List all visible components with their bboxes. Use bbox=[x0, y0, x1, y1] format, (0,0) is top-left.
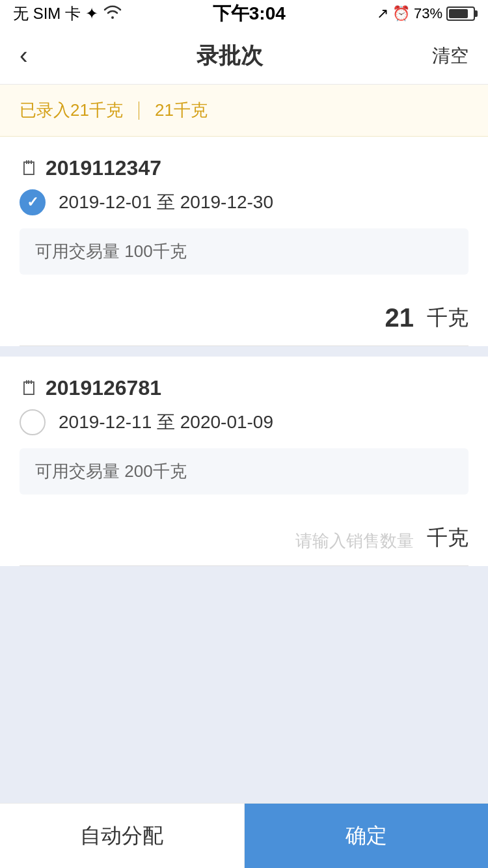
confirm-button[interactable]: 确定 bbox=[245, 804, 489, 868]
batch-id-icon-1: 🗒 bbox=[20, 157, 39, 180]
battery-percent: 73% bbox=[414, 5, 442, 22]
batch-date-row-1[interactable]: 2019-12-01 至 2019-12-30 bbox=[20, 189, 468, 215]
status-right: ↗ ⏰ 73% bbox=[377, 5, 475, 22]
summary-amount: 21千克 bbox=[155, 99, 208, 122]
location-icon: ↗ bbox=[377, 5, 388, 22]
bottom-spacer bbox=[0, 566, 488, 826]
batch-id-icon-2: 🗒 bbox=[20, 377, 39, 400]
batch-date-1: 2019-12-01 至 2019-12-30 bbox=[59, 190, 273, 215]
batch-id-1: 2019112347 bbox=[46, 156, 161, 180]
batch-id-row-2: 🗒 2019126781 bbox=[20, 376, 468, 400]
wifi-icon bbox=[103, 5, 122, 23]
status-bar: 无 SIM 卡 ✦ 下午3:04 ↗ ⏰ 73% bbox=[0, 0, 488, 27]
qty-input-2[interactable] bbox=[72, 523, 414, 552]
summary-divider bbox=[139, 102, 139, 120]
auto-distribute-button[interactable]: 自动分配 bbox=[0, 804, 245, 868]
batch-date-2: 2019-12-11 至 2020-01-09 bbox=[59, 410, 273, 435]
qty-row-1: 千克 bbox=[0, 290, 488, 346]
clear-button[interactable]: 清空 bbox=[432, 44, 468, 68]
summary-bar: 已录入21千克 21千克 bbox=[0, 85, 488, 137]
status-time: 下午3:04 bbox=[213, 1, 286, 26]
alarm-icon: ⏰ bbox=[392, 5, 410, 22]
radio-2[interactable] bbox=[20, 409, 46, 435]
nav-bar: ‹ 录批次 清空 bbox=[0, 27, 488, 85]
battery-icon bbox=[446, 7, 475, 21]
available-qty-2: 可用交易量 200千克 bbox=[20, 448, 468, 495]
batch-id-row-1: 🗒 2019112347 bbox=[20, 156, 468, 180]
available-qty-1: 可用交易量 100千克 bbox=[20, 228, 468, 275]
qty-unit-2: 千克 bbox=[427, 524, 468, 552]
batch-item-1: 🗒 2019112347 2019-12-01 至 2019-12-30 可用交… bbox=[0, 137, 488, 275]
qty-unit-1: 千克 bbox=[427, 304, 468, 332]
qty-input-1[interactable] bbox=[72, 303, 414, 332]
page-title: 录批次 bbox=[197, 41, 263, 71]
batch-separator bbox=[0, 346, 488, 357]
back-button[interactable]: ‹ bbox=[20, 42, 28, 70]
recorded-label: 已录入21千克 bbox=[20, 99, 123, 122]
sim-text: 无 SIM 卡 ✦ bbox=[13, 3, 98, 24]
bottom-buttons: 自动分配 确定 bbox=[0, 803, 488, 868]
batch-item-2: 🗒 2019126781 2019-12-11 至 2020-01-09 可用交… bbox=[0, 357, 488, 495]
status-left: 无 SIM 卡 ✦ bbox=[13, 3, 122, 24]
batch-id-2: 2019126781 bbox=[46, 376, 161, 400]
radio-1[interactable] bbox=[20, 189, 46, 215]
batch-date-row-2[interactable]: 2019-12-11 至 2020-01-09 bbox=[20, 409, 468, 435]
qty-row-2: 千克 bbox=[0, 510, 488, 565]
